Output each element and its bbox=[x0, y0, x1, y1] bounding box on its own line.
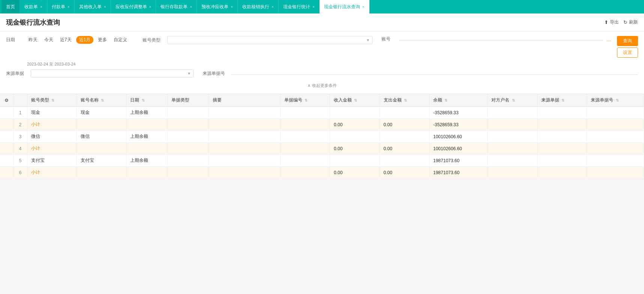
column-doc-no[interactable]: 单据编号 ⇅ bbox=[280, 94, 330, 107]
column-summary: 摘要 bbox=[209, 94, 280, 107]
nav-tab-1[interactable]: 收款单 × bbox=[20, 0, 47, 13]
close-icon[interactable]: × bbox=[362, 5, 365, 9]
nav-tab-2[interactable]: 付款单 × bbox=[47, 0, 75, 13]
table-container: ⚙ 账号类型 ⇅ 账号名称 ⇅ 日期 ⇅ 单据类型 摘要 单据编号 ⇅ 收入金额… bbox=[0, 94, 644, 179]
column-counterparty[interactable]: 对方户名 ⇅ bbox=[488, 94, 537, 107]
refresh-icon: ↻ bbox=[623, 19, 627, 25]
filter-area: 日期 昨天 今天 近7天 近1月 更多 自定义 账号类型 ▾ bbox=[0, 31, 644, 94]
close-icon[interactable]: × bbox=[272, 5, 274, 9]
data-table: ⚙ 账号类型 ⇅ 账号名称 ⇅ 日期 ⇅ 单据类型 摘要 单据编号 ⇅ 收入金额… bbox=[0, 94, 644, 179]
chevron-down-icon: ▾ bbox=[367, 37, 369, 43]
close-icon[interactable]: × bbox=[149, 5, 152, 9]
date-btn-7days[interactable]: 近7天 bbox=[58, 36, 74, 44]
date-btn-more[interactable]: 更多 bbox=[96, 36, 109, 44]
close-icon[interactable]: × bbox=[40, 5, 42, 9]
table-row[interactable]: 2小计0.000.00-3528659.33 bbox=[0, 119, 644, 131]
column-doc-type: 单据类型 bbox=[168, 94, 209, 107]
column-income[interactable]: 收入金额 ⇅ bbox=[330, 94, 380, 107]
column-source-doc-no[interactable]: 来源单据号 ⇅ bbox=[587, 94, 644, 107]
date-btn-yesterday[interactable]: 昨天 bbox=[26, 36, 40, 44]
close-icon[interactable]: × bbox=[104, 5, 106, 9]
table-row[interactable]: 6小计0.000.0019871073.60 bbox=[0, 167, 644, 179]
close-icon[interactable]: × bbox=[312, 5, 315, 9]
collapse-button[interactable]: ∧ 收起更多条件 bbox=[308, 83, 337, 88]
column-account-type[interactable]: 账号类型 ⇅ bbox=[27, 94, 77, 107]
table-header-row: ⚙ 账号类型 ⇅ 账号名称 ⇅ 日期 ⇅ 单据类型 摘要 单据编号 ⇅ 收入金额… bbox=[0, 94, 644, 107]
source-doc-select[interactable]: ▾ bbox=[31, 69, 194, 78]
table-row[interactable]: 3微信微信上期余额100102606.60 bbox=[0, 131, 644, 143]
column-source-doc[interactable]: 来源单据 ⇅ bbox=[537, 94, 587, 107]
chevron-down-icon: ▾ bbox=[188, 71, 190, 76]
column-settings[interactable]: ⚙ bbox=[0, 94, 14, 107]
date-range-display: 2023-02-24 至 2023-03-24 bbox=[27, 62, 76, 66]
page-header: 现金银行流水查询 ⬆ 导出 ↻ 刷新 bbox=[0, 13, 644, 31]
nav-tab-8[interactable]: 现金银行统计 × bbox=[279, 0, 320, 13]
table-row[interactable]: 5支付宝支付宝上期余额19871073.60 bbox=[0, 155, 644, 167]
source-doc-label: 来源单据 bbox=[6, 70, 25, 77]
table-row[interactable]: 1现金现金上期余额-3528659.33 bbox=[0, 107, 644, 119]
column-account-name[interactable]: 账号名称 ⇅ bbox=[77, 94, 126, 107]
close-icon[interactable]: × bbox=[231, 5, 233, 9]
refresh-button[interactable]: ↻ 刷新 bbox=[623, 19, 638, 25]
date-shortcuts: 昨天 今天 近7天 近1月 更多 自定义 bbox=[26, 36, 129, 44]
account-type-select[interactable]: ▾ bbox=[167, 36, 372, 44]
nav-tab-7[interactable]: 收款核销执行 × bbox=[238, 0, 279, 13]
close-icon[interactable]: × bbox=[190, 5, 192, 9]
column-date[interactable]: 日期 ⇅ bbox=[126, 94, 168, 107]
column-num bbox=[14, 94, 27, 107]
export-icon: ⬆ bbox=[604, 19, 608, 25]
date-btn-1month[interactable]: 近1月 bbox=[76, 36, 94, 44]
column-expense[interactable]: 支出金额 ⇅ bbox=[380, 94, 429, 107]
account-ellipsis-btn[interactable]: ... bbox=[606, 36, 611, 42]
nav-tab-3[interactable]: 其他收入单 × bbox=[75, 0, 111, 13]
source-doc-no-label: 来源单据号 bbox=[203, 70, 225, 77]
top-nav: 首页 收款单 × 付款单 × 其他收入单 × 应收应付调整单 × 银行存取款单 … bbox=[0, 0, 644, 13]
nav-tab-9[interactable]: 现金银行流水查询 × bbox=[320, 0, 369, 13]
export-button[interactable]: ⬆ 导出 bbox=[604, 19, 619, 25]
account-label: 账号 bbox=[381, 36, 393, 42]
chevron-up-icon: ∧ bbox=[308, 83, 311, 88]
header-actions: ⬆ 导出 ↻ 刷新 bbox=[604, 19, 638, 25]
nav-tab-home[interactable]: 首页 bbox=[2, 0, 20, 13]
source-doc-no-input[interactable] bbox=[231, 72, 638, 75]
nav-tab-4[interactable]: 应收应付调整单 × bbox=[111, 0, 156, 13]
date-btn-custom[interactable]: 自定义 bbox=[111, 36, 129, 44]
table-row[interactable]: 4小计0.000.00100102606.60 bbox=[0, 143, 644, 155]
settings-button[interactable]: 设置 bbox=[617, 48, 638, 58]
collapse-row: ∧ 收起更多条件 bbox=[6, 81, 638, 89]
page-title: 现金银行流水查询 bbox=[6, 18, 60, 27]
close-icon[interactable]: × bbox=[68, 5, 70, 9]
query-button[interactable]: 查询 bbox=[617, 36, 638, 46]
account-type-label: 账号类型 bbox=[143, 37, 161, 43]
nav-tab-5[interactable]: 银行存取款单 × bbox=[156, 0, 197, 13]
nav-tab-6[interactable]: 预收冲应收单 × bbox=[197, 0, 238, 13]
date-label: 日期 bbox=[6, 37, 21, 43]
date-btn-today[interactable]: 今天 bbox=[42, 36, 56, 44]
column-balance[interactable]: 余额 ⇅ bbox=[429, 94, 488, 107]
account-input[interactable] bbox=[399, 38, 604, 40]
